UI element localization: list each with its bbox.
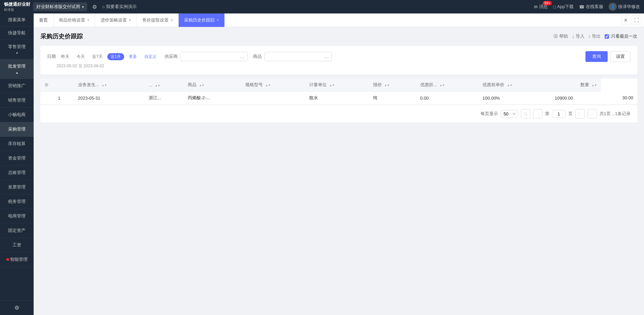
- message-badge: 99+: [543, 1, 552, 5]
- sort-icon: ▲▼: [102, 84, 107, 87]
- date-last7-btn[interactable]: 近7天: [90, 53, 105, 60]
- sidebar-item-marketing[interactable]: 营销推广: [0, 79, 34, 93]
- supplier-input-wrap[interactable]: ...: [180, 52, 248, 61]
- tab-close-icon[interactable]: ×: [217, 18, 219, 23]
- page-number-input[interactable]: [552, 110, 566, 118]
- goods-input[interactable]: [267, 54, 324, 59]
- user-profile-button[interactable]: 👤 徐泽华修改: [609, 3, 640, 11]
- tab-sale-price[interactable]: 售价提取设置 ×: [137, 13, 179, 27]
- date-more-btn[interactable]: 更多: [126, 53, 140, 60]
- page-size-select[interactable]: 10 20 50 100: [501, 110, 518, 118]
- sidebar-item-tax[interactable]: 税务管理: [0, 195, 34, 209]
- date-yesterday-btn[interactable]: 昨天: [59, 53, 72, 60]
- filter-actions: 查询 设置: [585, 51, 631, 62]
- user-name: 徐泽华修改: [618, 4, 640, 10]
- column-settings-icon[interactable]: ⚙: [44, 82, 49, 88]
- tab-expand-button[interactable]: ⛶: [632, 15, 641, 25]
- date-custom-btn[interactable]: 自定义: [142, 53, 159, 60]
- sidebar-item-finance[interactable]: 资金管理: [0, 151, 34, 166]
- filter-row: 日期 昨天 今天 近7天 近1月 更多 自定义 供应商: [47, 51, 631, 62]
- demo-button[interactable]: ○ 我要看实例演示: [102, 4, 137, 10]
- sidebar-gear-icon[interactable]: ⚙: [0, 300, 34, 315]
- tab-close-icon[interactable]: ×: [171, 18, 173, 23]
- cell-gear: [40, 92, 54, 105]
- sidebar-item-ecommerce[interactable]: 电商管理: [0, 209, 34, 223]
- sidebar-item-salary[interactable]: 工资: [0, 238, 34, 252]
- sidebar-item-purchase[interactable]: 采购管理: [0, 122, 34, 137]
- last-only-checkbox[interactable]: [605, 34, 609, 39]
- sidebar-item-ledger[interactable]: 总账管理: [0, 166, 34, 180]
- tab-home[interactable]: 首页: [34, 13, 53, 27]
- demo-icon: ○: [102, 4, 105, 9]
- date-last1month-btn[interactable]: 近1月: [107, 53, 124, 60]
- col-header-quantity[interactable]: 数量 ▲▼: [551, 78, 601, 92]
- help-button[interactable]: ⓪ 帮助: [553, 33, 568, 39]
- prev-page-button[interactable]: 〈: [533, 109, 542, 118]
- message-button[interactable]: ✉ 消息 99+: [534, 4, 548, 10]
- date-today-btn[interactable]: 今天: [74, 53, 87, 60]
- sidebar-item-label: 小畅电商: [8, 112, 26, 118]
- goods-input-wrap[interactable]: ...: [264, 52, 332, 61]
- sidebar-item-assets[interactable]: 固定资产: [0, 223, 34, 238]
- data-table: ⚙ 业务发生... ▲▼ ... ▲▼: [40, 78, 637, 105]
- page-label: 第: [545, 111, 549, 117]
- cell-spec: [241, 92, 305, 105]
- sort-icon: ▲▼: [384, 84, 390, 87]
- app-download-icon: □: [553, 4, 556, 9]
- col-header-price-before[interactable]: 优惠前单价 ▲▼: [478, 78, 551, 92]
- goods-dots-icon[interactable]: ...: [324, 54, 329, 60]
- col-header-unit[interactable]: 计量单位 ▲▼: [305, 78, 369, 92]
- cell-unit: 散水: [305, 92, 369, 105]
- tab-purchase-history[interactable]: 采购历史价跟踪 ×: [179, 13, 225, 27]
- sort-icon: ▲▼: [265, 84, 271, 87]
- tab-controls: ✕ ⛶: [621, 15, 644, 25]
- col-header-extra[interactable]: ... ▲▼: [145, 78, 184, 92]
- date-range-display: 2023-05-02 至 2023-06-02: [57, 64, 104, 68]
- table-body: 1 2023-05-31 浙江... 丙烯酸-2-... 散水 吨 0.00 1…: [40, 92, 637, 105]
- sidebar-item-sales[interactable]: 销售管理: [0, 93, 34, 108]
- tab-close-icon[interactable]: ×: [129, 18, 131, 23]
- sidebar-item-inventory[interactable]: 库存核算: [0, 137, 34, 151]
- last-only-label: 只看最后一次: [611, 33, 637, 39]
- import-button[interactable]: ↓ 导入: [572, 33, 584, 39]
- sidebar-item-invoice[interactable]: 发票管理: [0, 180, 34, 195]
- tab-goods-price[interactable]: 商品价格设置 ×: [53, 13, 95, 27]
- sidebar-item-wholesale[interactable]: 批发管理 ▴: [0, 59, 34, 79]
- version-selector[interactable]: 好业财标准版交付试用 ▾: [33, 2, 87, 11]
- sidebar-search[interactable]: 搜索菜单: [0, 13, 34, 27]
- cell-quantity: 30.00: [601, 92, 637, 105]
- app-download-button[interactable]: □ App下载: [553, 4, 574, 10]
- col-header-quote[interactable]: 报价 ▲▼: [369, 78, 416, 92]
- next-page-button[interactable]: 〉: [575, 109, 585, 118]
- supplier-dots-icon[interactable]: ...: [240, 54, 245, 60]
- tab-close-icon[interactable]: ×: [87, 18, 90, 23]
- supplier-input[interactable]: [183, 54, 240, 59]
- cell-quote: 0.00: [416, 92, 479, 105]
- first-page-button[interactable]: ⟨⟨: [521, 109, 530, 118]
- sort-icon: ▲▼: [199, 84, 205, 87]
- page-title: 采购历史价跟踪: [40, 32, 83, 40]
- sidebar-item-smart[interactable]: 智能管理: [0, 252, 34, 267]
- settings-button[interactable]: 设置: [610, 51, 631, 62]
- col-header-spec[interactable]: 规格型号 ▲▼: [241, 78, 305, 92]
- headphone-icon: ☎: [579, 4, 584, 9]
- page-header: 采购历史价跟踪 ⓪ 帮助 ↓ 导入 ↑ 导出: [40, 32, 637, 40]
- settings-icon[interactable]: ⚙: [90, 2, 99, 11]
- online-support-button[interactable]: ☎ 在线客服: [579, 4, 603, 10]
- col-header-date[interactable]: 业务发生... ▲▼: [74, 78, 145, 92]
- last-only-checkbox-label[interactable]: 只看最后一次: [605, 33, 637, 39]
- col-header-goods[interactable]: 商品 ▲▼: [184, 78, 241, 92]
- tab-close-window-button[interactable]: ✕: [621, 15, 631, 25]
- topbar-right: ✉ 消息 99+ □ App下载 ☎ 在线客服 👤 徐泽华修改: [534, 3, 640, 11]
- sidebar-item-retail[interactable]: 零售管理 ▾: [0, 40, 34, 59]
- export-button[interactable]: ↑ 导出: [588, 33, 601, 39]
- sidebar-quicknav[interactable]: 快捷导航: [0, 27, 34, 40]
- col-header-discount[interactable]: 优惠折... ▲▼: [416, 78, 479, 92]
- query-button[interactable]: 查询: [585, 51, 608, 62]
- sort-icon: ▲▼: [439, 84, 445, 87]
- chevron-down-icon: ▾: [16, 51, 18, 55]
- last-page-button[interactable]: 〉〉: [587, 109, 597, 118]
- sidebar-item-ecommerce-small[interactable]: 小畅电商: [0, 108, 34, 122]
- tab-purchase-strategy[interactable]: 进价策略设置 ×: [95, 13, 137, 27]
- sidebar: 搜索菜单 快捷导航 零售管理 ▾ 批发管理 ▴ 营销推广 销售管理 小畅电商 采…: [0, 13, 34, 315]
